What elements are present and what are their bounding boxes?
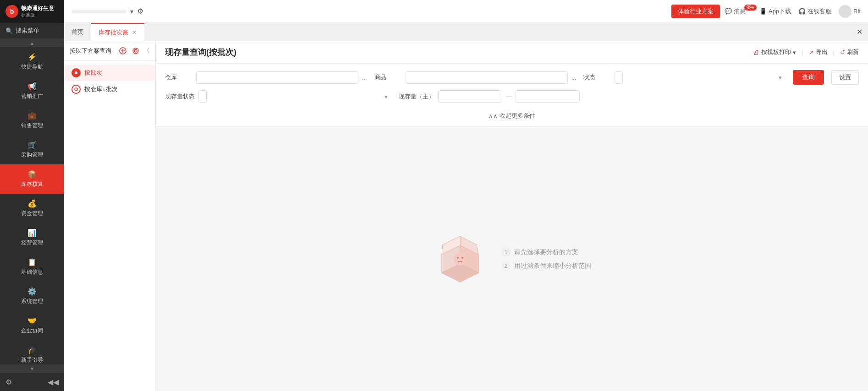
scheme-icon-active: [71, 68, 81, 77]
panel-collapse-btn[interactable]: 《: [143, 47, 150, 55]
user-profile-btn[interactable]: Rit: [839, 5, 861, 18]
empty-hints: 1 请先选择要分析的方案 2 用过滤条件来缩小分析范围: [501, 248, 591, 271]
topbar-search-area: ▾ ⚙: [71, 7, 667, 16]
empty-box-svg: [433, 232, 488, 287]
app-brand: 畅康通好生意: [21, 5, 54, 12]
collapse-more-btn[interactable]: ∧∧ 收起更多条件: [165, 108, 859, 120]
topbar-dropdown-btn[interactable]: ▾: [130, 8, 133, 15]
tab-inventory-batch[interactable]: 库存批次账 ✕: [91, 23, 144, 41]
online-support-btn[interactable]: 🎧 在线客服: [798, 7, 831, 16]
sidebar-item-enterprise[interactable]: 🤝 企业协同: [0, 311, 64, 340]
topbar-right: 💬 消息 99+ 📱 App下载 🎧 在线客服 Rit: [725, 5, 861, 18]
messages-btn[interactable]: 💬 消息 99+: [725, 7, 752, 16]
sidebar-item-system[interactable]: ⚙️ 系统管理: [0, 282, 64, 311]
scheme-icon-inactive: [71, 85, 81, 94]
export-label: 导出: [816, 48, 828, 56]
svg-point-6: [75, 88, 77, 91]
chevron-up-icon: ∧∧: [489, 113, 498, 119]
warehouse-input[interactable]: [196, 71, 358, 84]
empty-state: 1 请先选择要分析的方案 2 用过滤条件来缩小分析范围: [156, 127, 868, 391]
target-icon: [132, 47, 139, 54]
sidebar-item-basic[interactable]: 📋 基础信息: [0, 252, 64, 282]
content-area: 按以下方案查询 《: [64, 41, 868, 391]
sidebar-nav: ⚡ 快捷导航 📢 营销推广 💼 销售管理 🛒 采购管理 📦 库存核算 💰 资金管…: [0, 47, 64, 364]
sidebar-item-quick-nav[interactable]: ⚡ 快捷导航: [0, 47, 64, 76]
product-input[interactable]: [406, 71, 568, 84]
stock-status-select-wrapper: [198, 90, 391, 103]
divider-1: |: [802, 49, 803, 56]
sidebar: b 畅康通好生意 标准版 🔍 搜索菜单 ▲ ⚡ 快捷导航 📢 营销推广 💼 销售…: [0, 0, 64, 391]
product-more-btn[interactable]: ...: [571, 74, 577, 81]
svg-point-13: [454, 253, 467, 266]
sidebar-item-inventory[interactable]: 📦 库存核算: [0, 164, 64, 194]
filter-settings-btn[interactable]: 设置: [831, 70, 859, 85]
scheme-list: 按批次 按仓库+批次: [64, 61, 155, 101]
page-header: 现存量查询(按批次) 🖨 按模板打印 ▾ | ↗ 导出 | ↺: [156, 41, 868, 64]
stock-amount-to[interactable]: [516, 90, 580, 103]
sidebar-item-sales[interactable]: 💼 销售管理: [0, 106, 64, 135]
sidebar-item-guide[interactable]: 🎓 新手引导: [0, 340, 64, 364]
scheme-item-by-warehouse-batch[interactable]: 按仓库+批次: [64, 81, 155, 98]
add-scheme-btn[interactable]: [118, 46, 128, 56]
filter-stock-status: 现存量状态: [165, 90, 391, 103]
sidebar-item-label: 销售管理: [21, 122, 43, 130]
export-btn[interactable]: ↗ 导出: [809, 48, 828, 56]
scheme-settings-btn[interactable]: [131, 46, 141, 56]
status-select[interactable]: [615, 71, 623, 84]
guide-icon: 🎓: [27, 346, 37, 354]
quick-nav-icon: ⚡: [27, 53, 37, 61]
app-download-btn[interactable]: 📱 App下载: [759, 7, 791, 16]
refresh-label: 刷新: [847, 48, 859, 56]
sidebar-settings-btn[interactable]: ⚙: [5, 378, 12, 386]
purchase-icon: 🛒: [27, 141, 37, 149]
sidebar-item-business[interactable]: 📊 经营管理: [0, 223, 64, 252]
sidebar-scroll-up[interactable]: ▲: [0, 39, 64, 47]
sidebar-item-label: 资金管理: [21, 210, 43, 217]
divider-2: |: [833, 49, 835, 56]
warehouse-more-btn[interactable]: ...: [362, 74, 367, 81]
phone-icon: 📱: [759, 8, 767, 15]
system-icon: ⚙️: [27, 287, 37, 296]
collapse-label: 收起更多条件: [500, 112, 535, 120]
scheme-item-by-batch[interactable]: 按批次: [64, 65, 155, 81]
page-header-actions: 🖨 按模板打印 ▾ | ↗ 导出 | ↺ 刷新: [753, 48, 859, 56]
print-btn[interactable]: 🖨 按模板打印 ▾: [753, 48, 796, 56]
tab-home[interactable]: 首页: [64, 23, 91, 41]
sidebar-scroll-down[interactable]: ▼: [0, 364, 64, 373]
enterprise-icon: 🤝: [27, 316, 37, 325]
sidebar-item-finance[interactable]: 💰 资金管理: [0, 194, 64, 223]
empty-illustration: [433, 232, 488, 287]
print-dropdown-icon[interactable]: ▾: [793, 49, 796, 56]
scheme-label-2: 按仓库+批次: [84, 85, 118, 93]
left-panel: 按以下方案查询 《: [64, 41, 156, 391]
topbar-settings-btn[interactable]: ⚙: [137, 7, 143, 16]
sidebar-item-marketing[interactable]: 📢 营销推广: [0, 76, 64, 106]
status-select-wrapper: [615, 71, 786, 84]
stock-amount-from[interactable]: [438, 90, 502, 103]
sidebar-item-label: 基础信息: [21, 268, 43, 276]
filter-row-2: 现存量状态 现存量（主） —: [165, 90, 859, 103]
stock-status-label: 现存量状态: [165, 92, 195, 101]
sidebar-collapse-btn[interactable]: ◀◀: [48, 378, 59, 386]
trial-btn[interactable]: 体验行业方案: [671, 5, 720, 18]
page-title: 现存量查询(按批次): [165, 47, 236, 58]
marketing-icon: 📢: [27, 82, 37, 91]
tab-close-btn[interactable]: ✕: [132, 29, 137, 36]
svg-point-4: [134, 49, 137, 52]
tab-bar-close-btn[interactable]: ✕: [851, 27, 868, 36]
avatar: [839, 5, 852, 18]
stock-status-select[interactable]: [198, 90, 207, 103]
warehouse-label: 仓库: [165, 73, 192, 81]
headset-icon: 🎧: [798, 8, 806, 15]
inventory-icon: 📦: [27, 170, 37, 179]
sidebar-item-purchase[interactable]: 🛒 采购管理: [0, 135, 64, 164]
refresh-icon: ↺: [840, 49, 845, 56]
sidebar-logo: b 畅康通好生意 标准版: [0, 0, 64, 23]
print-icon: 🖨: [753, 49, 759, 56]
sidebar-search[interactable]: 🔍 搜索菜单: [0, 23, 64, 39]
hint-item-1: 1 请先选择要分析的方案: [501, 248, 591, 257]
sidebar-item-label: 库存核算: [21, 180, 43, 188]
refresh-btn[interactable]: ↺ 刷新: [840, 48, 859, 56]
add-icon: [119, 47, 126, 54]
query-btn[interactable]: 查询: [793, 70, 824, 85]
